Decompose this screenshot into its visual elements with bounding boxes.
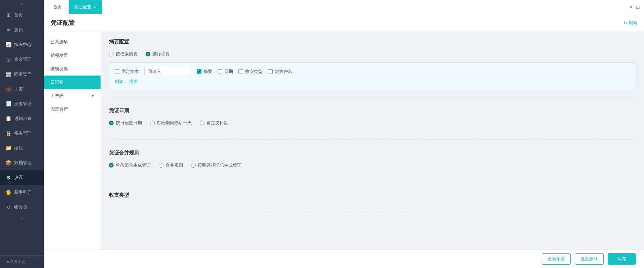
checkbox-counterparty[interactable]: 对方户名: [268, 69, 292, 75]
sidebar-item-tax[interactable]: 🔒 税务管理: [0, 126, 44, 141]
checkbox-summary-label: 摘要: [203, 69, 212, 75]
sidebar-item-sales-ledger[interactable]: 📋 进销台账: [0, 111, 44, 126]
radio-by-selection[interactable]: 按照选择汇总生成凭证: [191, 162, 241, 168]
summary-info-box: 固定文本 摘要 日期: [109, 62, 636, 89]
page-header: 凭证配置 ↻ 刷新: [44, 14, 644, 32]
sidebar-item-ledger-label: 总账: [14, 27, 23, 33]
left-nav-payroll[interactable]: 工资表 ▾: [44, 89, 101, 102]
sidebar-unpin[interactable]: ◄取消固定: [0, 255, 44, 268]
sidebar-item-sales-label: 进销台账: [14, 116, 32, 122]
left-nav-public-label: 公共选项: [50, 39, 68, 45]
sidebar-item-assets[interactable]: 🏢 固定资产: [0, 67, 44, 82]
checkbox-date-input[interactable]: [218, 69, 222, 74]
tax-icon: 🔒: [5, 130, 11, 136]
batch-delete-button[interactable]: 批量删除: [575, 253, 604, 265]
checkbox-summary-input[interactable]: [197, 69, 201, 74]
left-nav: 公共选项 销项发票 进项发票 日记账 工资表 ▾ 固定资产: [44, 32, 101, 268]
footer-actions: 更新预置 批量删除 保存: [44, 250, 644, 268]
radio-custom-date[interactable]: 自定义日期: [200, 120, 228, 126]
checkbox-income-type[interactable]: 收支类型: [238, 69, 263, 75]
checkbox-date-label: 日期: [224, 69, 233, 75]
radio-custom-date-input[interactable]: [200, 121, 204, 125]
checkbox-income-type-input[interactable]: [238, 69, 243, 74]
sidebar-item-home-label: 首页: [14, 12, 23, 18]
preview-value: 摘要: [129, 79, 138, 84]
window-close-icon[interactable]: ✕: [629, 4, 633, 10]
left-nav-sales-invoice[interactable]: 销项发票: [44, 49, 101, 62]
page-title: 凭证配置: [50, 19, 75, 27]
checkbox-fixed-text[interactable]: 固定文本: [115, 69, 139, 75]
sidebar-scroll-up[interactable]: ▲: [0, 0, 44, 8]
section-merge-rules: 凭证合并规则 单条记录生成凭证 合并规则 按照选择汇总生成凭证: [109, 150, 636, 182]
radio-merge-input[interactable]: [159, 163, 163, 168]
sidebar-item-funds-label: 资金管理: [14, 56, 32, 62]
fixed-text-input[interactable]: [144, 67, 191, 76]
left-nav-public[interactable]: 公共选项: [44, 35, 101, 49]
window-restore-icon[interactable]: ⊡: [636, 4, 640, 10]
radio-journal-date-input[interactable]: [109, 121, 114, 125]
home-icon: ⊞: [5, 12, 11, 18]
sidebar-item-wages[interactable]: 💼 工资: [0, 82, 44, 96]
radio-by-selection-label: 按照选择汇总生成凭证: [198, 162, 241, 168]
voucher-date-title: 凭证日期: [109, 107, 636, 114]
summary-preview: 例如： 摘要: [115, 79, 630, 85]
tab-close-icon[interactable]: ✕: [93, 5, 97, 9]
tab-home[interactable]: 首页: [48, 0, 67, 14]
sidebar-item-ledger[interactable]: ≡ 总账: [0, 23, 44, 37]
radio-select-input[interactable]: [146, 52, 150, 56]
radio-last-day[interactable]: 对应期间最后一天: [150, 120, 192, 126]
radio-template-summary[interactable]: 按模版摘要: [109, 51, 138, 57]
radio-merge[interactable]: 合并规则: [159, 162, 183, 168]
income-expense-title: 收支类型: [109, 192, 636, 198]
sidebar-item-invoice-mgmt[interactable]: 🧾 发票管理: [0, 96, 44, 111]
radio-last-day-input[interactable]: [150, 121, 155, 125]
checkbox-summary[interactable]: 摘要: [197, 69, 212, 75]
reports-icon: 📈: [5, 42, 11, 48]
tab-voucher-config-label: 凭证配置: [74, 4, 91, 10]
sidebar-scroll-down[interactable]: ▼: [0, 215, 44, 222]
summary-checkboxes: 固定文本 摘要 日期: [115, 67, 630, 76]
merge-rules-title: 凭证合并规则: [109, 150, 636, 156]
tab-voucher-config[interactable]: 凭证配置 ✕: [69, 0, 102, 14]
sidebar-item-guide-label: 新手引导: [14, 189, 32, 195]
sidebar-item-wages-label: 工资: [14, 86, 23, 92]
merge-rules-radio-group: 单条记录生成凭证 合并规则 按照选择汇总生成凭证: [109, 162, 636, 168]
sidebar-item-home[interactable]: ⊞ 首页: [0, 8, 44, 23]
left-nav-journal[interactable]: 日记账: [44, 76, 101, 89]
sidebar-item-reports[interactable]: 📈 报表中心: [0, 37, 44, 52]
sidebar-item-closing[interactable]: 📁 结账: [0, 141, 44, 155]
left-nav-purchase-invoice[interactable]: 进项发票: [44, 62, 101, 76]
sidebar-item-guide[interactable]: 🖐 新手引导: [0, 185, 44, 200]
sidebar-item-reports-label: 报表中心: [14, 42, 32, 48]
radio-journal-date[interactable]: 按日记账日期: [109, 120, 142, 126]
sidebar-item-vip[interactable]: V 畅会员: [0, 200, 44, 215]
radio-template-input[interactable]: [109, 52, 114, 56]
update-preview-button[interactable]: 更新预置: [542, 253, 571, 265]
radio-by-selection-input[interactable]: [191, 163, 196, 168]
radio-journal-date-label: 按日记账日期: [116, 120, 142, 126]
sidebar-item-vip-label: 畅会员: [14, 204, 27, 210]
sidebar-item-archive[interactable]: 📦 归档管理: [0, 155, 44, 170]
checkbox-counterparty-label: 对方户名: [275, 69, 292, 75]
funds-icon: ◎: [5, 56, 11, 62]
radio-single[interactable]: 单条记录生成凭证: [109, 162, 151, 168]
sidebar-item-funds[interactable]: ◎ 资金管理: [0, 52, 44, 67]
page-body: 公共选项 销项发票 进项发票 日记账 工资表 ▾ 固定资产: [44, 32, 644, 268]
tab-bar: 首页 凭证配置 ✕ ✕ ⊡: [44, 0, 644, 14]
radio-single-input[interactable]: [109, 163, 114, 168]
checkbox-date[interactable]: 日期: [218, 69, 233, 75]
right-content: 摘要配置 按模版摘要 选择摘要: [101, 32, 644, 268]
radio-select-summary[interactable]: 选择摘要: [146, 51, 170, 57]
sidebar-item-closing-label: 结账: [14, 145, 23, 151]
content-area: 凭证配置 ↻ 刷新 公共选项 销项发票 进项发票 日记账: [44, 14, 644, 268]
refresh-label: 刷新: [629, 20, 637, 26]
summary-radio-group: 按模版摘要 选择摘要: [109, 51, 636, 57]
checkbox-fixed-text-input[interactable]: [115, 69, 119, 74]
wages-icon: 💼: [5, 86, 11, 92]
left-nav-fixed-assets[interactable]: 固定资产: [44, 102, 101, 116]
refresh-button[interactable]: ↻ 刷新: [623, 20, 637, 26]
radio-merge-label: 合并规则: [165, 162, 183, 168]
sidebar-item-settings[interactable]: ⚙ 设置: [0, 170, 44, 185]
checkbox-counterparty-input[interactable]: [268, 69, 273, 74]
save-button[interactable]: 保存: [608, 253, 636, 265]
